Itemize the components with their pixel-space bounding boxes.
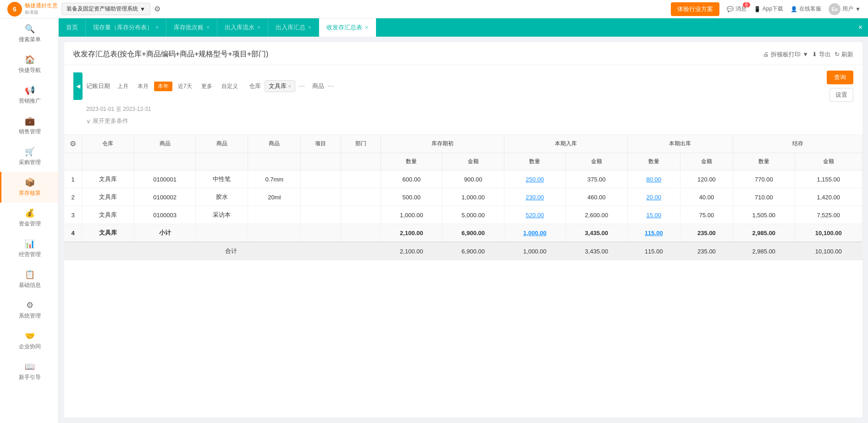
date-tab-last-month[interactable]: 上月 [114,82,132,91]
export-button[interactable]: ⬇ 导出 [812,50,831,59]
logo-subtitle: 标准版 [25,9,58,16]
date-filter-group: 记账日期 上月 本月 本年 近7天 更多 自定义 [86,82,242,91]
cell-total-open-qty: 2,100.00 [381,242,442,260]
in-qty-link-1[interactable]: 250.00 [526,176,544,183]
out-qty-link-2[interactable]: 20.00 [646,194,661,201]
settings-small-button[interactable]: 设置 [829,88,853,102]
tab-batch-account[interactable]: 库存批次账 × [166,18,217,37]
warehouse-more[interactable]: ··· [299,82,305,90]
th-sub-code [134,153,196,170]
system-selector[interactable]: 装备及固定资产辅助管理系统 ▼ [61,3,150,15]
tab-close-recv-send-summary[interactable]: × [365,24,368,31]
cell-in-qty-1[interactable]: 250.00 [504,170,566,188]
top-bar: 6 畅捷通好生意 标准版 装备及固定资产辅助管理系统 ▼ ⚙ 体验行业方案 💬 … [0,0,868,18]
th-open-amt: 金额 [442,153,504,170]
tab-inventory-dist[interactable]: 现存量（库存分布表） × [86,18,166,37]
action-buttons: 查询 设置 [827,71,853,102]
trial-button[interactable]: 体验行业方案 [671,2,719,16]
date-tab-this-month[interactable]: 本月 [134,82,152,91]
cell-subtotal-label: 小计 [134,224,196,242]
tab-inout-flow[interactable]: 出入库流水 × [217,18,268,37]
chevron-down-icon: ▼ [855,6,861,12]
tab-close-inout-flow[interactable]: × [257,24,260,31]
sidebar-label-system: 系统管理 [19,312,41,320]
th-department: 部门 [341,135,381,153]
expand-more-button[interactable]: ∨ 展开更多条件 [86,117,853,125]
date-tab-more[interactable]: 更多 [198,82,216,91]
sidebar-item-sales[interactable]: 💼 销售管理 [0,110,58,141]
sidebar: 🔍 搜索菜单 🏠 快捷导航 📢 营销推广 💼 销售管理 🛒 采购管理 📦 [0,18,59,423]
sidebar-item-system[interactable]: ⚙ 系统管理 [0,295,58,325]
tab-bar-close-all[interactable]: × [853,23,868,32]
table-row: 2 文具库 0100002 胶水 20ml 500.00 1,000.00 [64,188,862,206]
sidebar-item-operations[interactable]: 📊 经营管理 [0,233,58,264]
message-icon: 💬 [727,6,734,12]
in-qty-link-2[interactable]: 230.00 [526,194,544,201]
online-service-item[interactable]: 👤 在线客服 [791,5,821,13]
cell-open-amt-3: 5,000.00 [442,206,504,224]
date-tab-this-year[interactable]: 本年 [154,82,172,91]
warehouse-tag[interactable]: 文具库 × [265,80,295,92]
cell-out-qty-3[interactable]: 15.00 [627,206,680,224]
refresh-button[interactable]: ↻ 刷新 [835,50,853,59]
warehouse-tag-close[interactable]: × [288,84,291,89]
goods-more[interactable]: ··· [328,82,334,90]
tab-inout-summary[interactable]: 出入库汇总 × [268,18,319,37]
out-qty-link-3[interactable]: 15.00 [646,212,661,219]
tab-recv-send-summary[interactable]: 收发存汇总表 × [319,18,376,37]
query-button[interactable]: 查询 [827,71,853,84]
user-item[interactable]: Ea 用户 ▼ [829,3,861,15]
sidebar-item-purchase[interactable]: 🛒 采购管理 [0,141,58,172]
cell-in-qty-3[interactable]: 520.00 [504,206,566,224]
top-settings-icon[interactable]: ⚙ [154,5,160,13]
th-close-amt: 金额 [795,153,862,170]
th-settings[interactable]: ⚙ [64,135,82,153]
subtotal-row: 4 文具库 小计 2,100.00 6,900.00 1,000.0 [64,224,862,242]
cell-subtotal-in-qty[interactable]: 1,000.00 [504,224,566,242]
cell-subtotal-empty3 [301,224,341,242]
in-qty-link-3[interactable]: 520.00 [526,212,544,219]
tab-close-inout-summary[interactable]: × [308,24,311,31]
sidebar-item-marketing[interactable]: 📢 营销推广 [0,80,58,110]
cell-in-qty-2[interactable]: 230.00 [504,188,566,206]
page-title: 收发存汇总表(按仓库+商品编码+商品+规格型号+项目+部门) [73,49,268,59]
data-table: ⚙ 仓库 商品 商品 商品 项目 部门 库存期初 本期入库 [64,135,862,260]
cell-close-amt-3: 7,525.00 [795,206,862,224]
cell-close-amt-2: 1,420.00 [795,188,862,206]
tab-home[interactable]: 首页 [59,18,86,37]
total-row: 合计 2,100.00 6,900.00 1,000.00 3,435.00 1… [64,242,862,260]
cell-subtotal-out-qty[interactable]: 115.00 [627,224,680,242]
tab-close-batch-account[interactable]: × [206,24,210,31]
cell-out-qty-2[interactable]: 20.00 [627,188,680,206]
collapse-button[interactable]: ◀ [73,72,83,100]
date-tab-7days[interactable]: 近7天 [174,82,196,91]
print-button[interactable]: 🖨 拆顿板打印 ▼ [763,50,808,59]
th-goods-code: 商品 [134,135,196,153]
goods-label: 商品 [312,82,324,90]
cell-subtotal-empty4 [341,224,381,242]
cell-seq-2: 2 [64,188,82,206]
home-icon: 🏠 [25,55,35,65]
sidebar-item-inventory[interactable]: 📦 库存核算 [0,172,58,203]
subtotal-out-qty-link[interactable]: 115.00 [645,230,663,236]
chevron-down-icon: ∨ [86,118,91,125]
cell-out-qty-1[interactable]: 80.00 [627,170,680,188]
finance-icon: 💰 [25,208,35,218]
gear-icon[interactable]: ⚙ [70,140,76,148]
sidebar-item-basic-info[interactable]: 📋 基础信息 [0,264,58,295]
sidebar-item-finance[interactable]: 💰 资金管理 [0,203,58,233]
sidebar-item-guide[interactable]: 📖 新手引导 [0,356,58,387]
tab-close-inventory-dist[interactable]: × [155,24,159,31]
out-qty-link-1[interactable]: 80.00 [646,176,661,183]
sidebar-item-enterprise[interactable]: 🤝 企业协同 [0,325,58,356]
user-label: 用户 [842,5,853,13]
export-icon: ⬇ [812,51,817,58]
sidebar-label-finance: 资金管理 [19,220,41,228]
sidebar-item-quick-nav[interactable]: 🏠 快捷导航 [0,49,58,80]
messages-item[interactable]: 💬 消息 6 [727,5,746,13]
sidebar-item-search[interactable]: 🔍 搜索菜单 [0,18,58,49]
date-tab-custom[interactable]: 自定义 [218,82,242,91]
app-download-item[interactable]: 📱 App下载 [754,5,783,13]
subtotal-in-qty-link[interactable]: 1,000.00 [523,230,547,236]
system-name: 装备及固定资产辅助管理系统 [66,5,138,13]
